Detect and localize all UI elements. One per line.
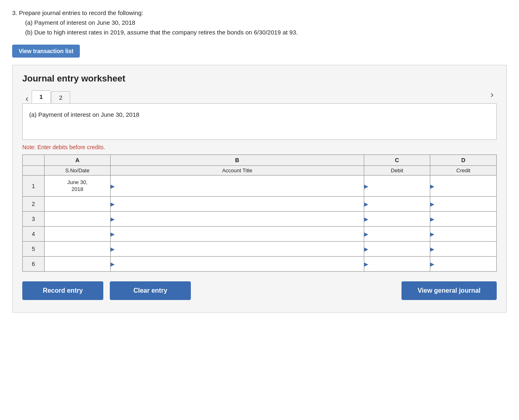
table-row: 2 ▶ ▶ ▶	[23, 197, 497, 212]
row-1-date-cell: June 30,2018	[44, 176, 111, 197]
row-5-account-input[interactable]	[111, 242, 363, 256]
row-5-credit-cell[interactable]: ▶	[430, 242, 497, 257]
row-2-date-input[interactable]	[45, 197, 111, 211]
row-1-debit-cell[interactable]: ▶	[364, 176, 430, 197]
table-row: 3 ▶ ▶ ▶	[23, 212, 497, 227]
row-3-credit-cell[interactable]: ▶	[430, 212, 497, 227]
row-2-credit-input[interactable]	[430, 197, 496, 211]
tab-navigation: ‹ 1 2 ›	[22, 90, 497, 103]
row-1-date: June 30,2018	[45, 178, 111, 195]
row-4-credit-cell[interactable]: ▶	[430, 227, 497, 242]
row-4-account-input[interactable]	[111, 227, 363, 241]
instructions: 3. Prepare journal entries to record the…	[12, 8, 507, 37]
row-4-date-cell[interactable]	[44, 227, 111, 242]
row-4-debit-cell[interactable]: ▶	[364, 227, 430, 242]
row-num-5: 5	[23, 242, 45, 257]
row-2-account-input[interactable]	[111, 197, 363, 211]
row-4-debit-input[interactable]	[364, 227, 430, 241]
row-6-date-cell[interactable]	[44, 257, 111, 272]
row-6-credit-cell[interactable]: ▶	[430, 257, 497, 272]
next-tab-button[interactable]: ›	[487, 90, 497, 99]
col-label-a: S.No/Date	[44, 166, 111, 176]
col-header-rownum	[23, 155, 45, 166]
row-3-account-input[interactable]	[111, 212, 363, 226]
row-3-debit-input[interactable]	[364, 212, 430, 226]
row-6-debit-input[interactable]	[364, 257, 430, 271]
prev-tab-button[interactable]: ‹	[22, 94, 32, 103]
row-num-3: 3	[23, 212, 45, 227]
col-label-d: Credit	[430, 166, 497, 176]
worksheet-title: Journal entry worksheet	[22, 73, 497, 84]
row-3-account-cell[interactable]: ▶	[111, 212, 364, 227]
tab-2[interactable]: 2	[51, 91, 70, 103]
note-text: Note: Enter debits before credits.	[22, 144, 497, 150]
table-row: 5 ▶ ▶ ▶	[23, 242, 497, 257]
record-entry-button[interactable]: Record entry	[22, 281, 103, 300]
clear-entry-button[interactable]: Clear entry	[110, 281, 191, 300]
table-row: 4 ▶ ▶ ▶	[23, 227, 497, 242]
row-2-account-cell[interactable]: ▶	[111, 197, 364, 212]
row-num-6: 6	[23, 257, 45, 272]
row-4-credit-input[interactable]	[430, 227, 496, 241]
row-5-debit-cell[interactable]: ▶	[364, 242, 430, 257]
col-label-c: Debit	[364, 166, 430, 176]
row-5-credit-input[interactable]	[430, 242, 496, 256]
row-1-account-input[interactable]	[111, 179, 363, 193]
col-header-d: D	[430, 155, 497, 166]
view-transaction-button[interactable]: View transaction list	[12, 45, 80, 58]
row-3-date-input[interactable]	[45, 212, 111, 226]
table-row: 1 June 30,2018 ▶ ▶ ▶	[23, 176, 497, 197]
tab-description: (a) Payment of interest on June 30, 2018	[29, 111, 490, 118]
row-2-date-cell[interactable]	[44, 197, 111, 212]
row-1-credit-input[interactable]	[430, 179, 496, 193]
row-4-account-cell[interactable]: ▶	[111, 227, 364, 242]
col-header-b: B	[111, 155, 364, 166]
instruction-line1: 3. Prepare journal entries to record the…	[12, 8, 507, 18]
row-4-date-input[interactable]	[45, 227, 111, 241]
row-6-account-cell[interactable]: ▶	[111, 257, 364, 272]
row-5-date-input[interactable]	[45, 242, 111, 256]
row-num-1: 1	[23, 176, 45, 197]
instruction-line3: (b) Due to high interest rates in 2019, …	[12, 28, 507, 37]
worksheet-container: Journal entry worksheet ‹ 1 2 › (a) Paym…	[12, 65, 507, 313]
row-1-account-cell[interactable]: ▶	[111, 176, 364, 197]
tab-1[interactable]: 1	[32, 90, 50, 103]
button-row: Record entry Clear entry View general jo…	[22, 281, 497, 300]
journal-table: A B C D S.No/Date Account Title Debit Cr…	[22, 154, 497, 272]
row-3-credit-input[interactable]	[430, 212, 496, 226]
row-6-debit-cell[interactable]: ▶	[364, 257, 430, 272]
view-general-journal-button[interactable]: View general journal	[402, 281, 497, 300]
instruction-line2: (a) Payment of interest on June 30, 2018	[12, 18, 507, 28]
row-6-date-input[interactable]	[45, 257, 111, 271]
row-5-date-cell[interactable]	[44, 242, 111, 257]
col-header-a: A	[44, 155, 111, 166]
row-num-4: 4	[23, 227, 45, 242]
row-6-account-input[interactable]	[111, 257, 363, 271]
row-2-debit-cell[interactable]: ▶	[364, 197, 430, 212]
row-3-debit-cell[interactable]: ▶	[364, 212, 430, 227]
col-label-b: Account Title	[111, 166, 364, 176]
row-2-debit-input[interactable]	[364, 197, 430, 211]
row-1-credit-cell[interactable]: ▶	[430, 176, 497, 197]
row-6-credit-input[interactable]	[430, 257, 496, 271]
table-row: 6 ▶ ▶ ▶	[23, 257, 497, 272]
row-1-debit-input[interactable]	[364, 179, 430, 193]
tab-content-area: (a) Payment of interest on June 30, 2018	[22, 103, 497, 140]
row-num-2: 2	[23, 197, 45, 212]
row-2-credit-cell[interactable]: ▶	[430, 197, 497, 212]
col-label-rownum	[23, 166, 45, 176]
row-5-account-cell[interactable]: ▶	[111, 242, 364, 257]
col-header-c: C	[364, 155, 430, 166]
row-5-debit-input[interactable]	[364, 242, 430, 256]
row-3-date-cell[interactable]	[44, 212, 111, 227]
